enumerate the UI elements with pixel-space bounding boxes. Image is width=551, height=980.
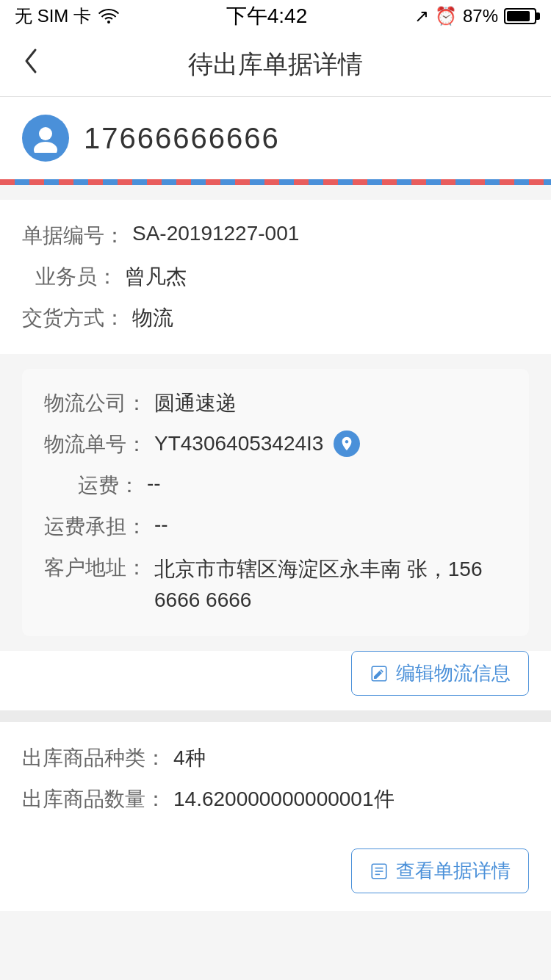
avatar xyxy=(22,115,69,162)
map-pin-icon xyxy=(339,436,355,452)
content-area xyxy=(0,911,551,980)
logistics-company-value: 圆通速递 xyxy=(154,389,507,417)
order-number-label: 单据编号： xyxy=(22,222,132,250)
battery-percent: 87% xyxy=(463,6,498,26)
status-bar-time: 下午4:42 xyxy=(226,2,308,30)
salesman-row: 业务员： 曾凡杰 xyxy=(22,263,529,291)
logistics-card: 物流公司： 圆通速递 物流单号： YT43064053424I3 运费： -- … xyxy=(22,369,529,636)
goods-types-label: 出库商品种类： xyxy=(22,744,173,772)
status-bar-right: ↗ ⏰ 87% xyxy=(414,6,536,26)
user-icon xyxy=(31,123,60,153)
address-label: 客户地址： xyxy=(44,554,154,582)
order-number-value: SA-20191227-001 xyxy=(132,222,529,245)
freight-value: -- xyxy=(147,472,507,495)
salesman-label: 业务员： xyxy=(22,263,125,291)
goods-quantity-label: 出库商品数量： xyxy=(22,785,173,813)
svg-point-0 xyxy=(39,127,52,140)
freight-bearer-row: 运费承担： -- xyxy=(44,513,507,541)
tracking-location-button[interactable] xyxy=(334,430,360,457)
nav-bar: 待出库单据详情 xyxy=(0,32,551,97)
page-title: 待出库单据详情 xyxy=(188,48,363,82)
logistics-company-label: 物流公司： xyxy=(44,389,154,417)
dashed-divider xyxy=(0,179,551,185)
order-info-section: 单据编号： SA-20191227-001 业务员： 曾凡杰 交货方式： 物流 xyxy=(0,200,551,354)
status-bar: 无 SIM 卡 下午4:42 ↗ ⏰ 87% xyxy=(0,0,551,32)
wifi-icon xyxy=(98,9,119,24)
goods-types-row: 出库商品种类： 4种 xyxy=(22,744,529,772)
address-row: 客户地址： 北京市市辖区海淀区永丰南 张，156 6666 6666 xyxy=(44,554,507,616)
delivery-method-value: 物流 xyxy=(132,304,529,332)
status-bar-left: 无 SIM 卡 xyxy=(15,4,119,28)
goods-section: 出库商品种类： 4种 出库商品数量： 14.620000000000001件 xyxy=(0,722,551,841)
customer-phone: 17666666666 xyxy=(84,122,280,155)
goods-quantity-value: 14.620000000000001件 xyxy=(173,785,529,813)
delivery-method-row: 交货方式： 物流 xyxy=(22,304,529,332)
battery-icon xyxy=(504,8,536,24)
freight-label: 运费： xyxy=(44,472,147,500)
freight-row: 运费： -- xyxy=(44,472,507,500)
view-details-button[interactable]: 查看单据详情 xyxy=(351,849,529,893)
section-divider xyxy=(0,710,551,722)
order-number-row: 单据编号： SA-20191227-001 xyxy=(22,222,529,250)
carrier-label: 无 SIM 卡 xyxy=(15,4,91,28)
edit-logistics-label: 编辑物流信息 xyxy=(396,660,511,686)
goods-quantity-row: 出库商品数量： 14.620000000000001件 xyxy=(22,785,529,813)
delivery-method-label: 交货方式： xyxy=(22,304,132,332)
tracking-number: YT43064053424I3 xyxy=(154,432,323,455)
edit-icon xyxy=(370,664,389,683)
freight-bearer-label: 运费承担： xyxy=(44,513,154,541)
location-status-icon: ↗ xyxy=(414,6,429,26)
view-details-label: 查看单据详情 xyxy=(396,858,511,884)
list-icon xyxy=(370,862,389,881)
edit-btn-row: 编辑物流信息 xyxy=(0,651,551,710)
edit-logistics-button[interactable]: 编辑物流信息 xyxy=(351,651,529,696)
logistics-tracking-label: 物流单号： xyxy=(44,430,154,458)
view-btn-row: 查看单据详情 xyxy=(0,841,551,911)
alarm-icon: ⏰ xyxy=(435,6,457,26)
back-button[interactable] xyxy=(22,47,40,82)
goods-types-value: 4种 xyxy=(173,744,529,772)
customer-section: 17666666666 xyxy=(0,97,551,179)
address-value: 北京市市辖区海淀区永丰南 张，156 6666 6666 xyxy=(154,554,507,616)
logistics-tracking-row: 物流单号： YT43064053424I3 xyxy=(44,430,507,458)
salesman-value: 曾凡杰 xyxy=(125,263,529,291)
logistics-tracking-value: YT43064053424I3 xyxy=(154,430,507,457)
logistics-company-row: 物流公司： 圆通速递 xyxy=(44,389,507,417)
freight-bearer-value: -- xyxy=(154,513,507,536)
svg-point-1 xyxy=(34,142,57,153)
